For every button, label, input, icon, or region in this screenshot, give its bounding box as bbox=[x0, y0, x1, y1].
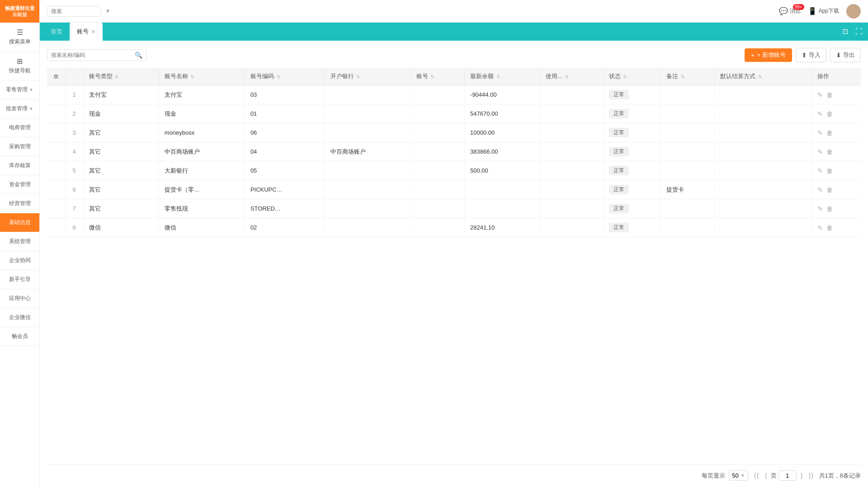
row-code: PICKUPC… bbox=[245, 180, 325, 199]
sidebar-item-retail-mgmt[interactable]: 零售管理 ▼ bbox=[0, 80, 39, 99]
import-button[interactable]: ⬆ 导入 bbox=[796, 48, 826, 62]
app-logo: 畅捷通财生意 乐账版 bbox=[0, 0, 39, 23]
page-size-select[interactable]: 50 ▼ bbox=[729, 470, 748, 481]
sidebar-item-quick-nav[interactable]: ⊞ 快捷导航 bbox=[0, 52, 39, 80]
chevron-down-icon: ▼ bbox=[29, 87, 33, 92]
page-input[interactable] bbox=[778, 470, 797, 481]
logo-line2: 乐账版 bbox=[5, 11, 35, 18]
edit-button[interactable]: ✎ bbox=[817, 224, 823, 231]
row-status: 正常 bbox=[603, 85, 660, 104]
delete-button[interactable]: 🗑 bbox=[826, 91, 833, 99]
col-name[interactable]: 账号名称 ⇅ bbox=[159, 68, 245, 85]
sidebar-item-inventory[interactable]: 库存核算 bbox=[0, 156, 39, 175]
delete-button[interactable]: 🗑 bbox=[826, 110, 833, 117]
row-status: 正常 bbox=[603, 123, 660, 142]
export-button[interactable]: ⬇ 导出 bbox=[830, 48, 861, 62]
prev-page-button[interactable]: ⟨ bbox=[763, 470, 769, 481]
row-num: 4 bbox=[65, 142, 83, 161]
avatar[interactable] bbox=[846, 4, 861, 19]
tab-close-icon[interactable]: ✕ bbox=[91, 29, 95, 34]
first-page-button[interactable]: ⟨⟨ bbox=[752, 470, 761, 481]
search-box[interactable]: 🔍 bbox=[47, 49, 146, 61]
search-input[interactable] bbox=[51, 52, 132, 58]
row-usage bbox=[540, 123, 603, 142]
tab-account[interactable]: 账号 ✕ bbox=[70, 23, 103, 41]
row-num: 7 bbox=[65, 199, 83, 218]
sidebar-item-search-menu[interactable]: ☰ 搜索菜单 bbox=[0, 23, 39, 52]
row-code: 06 bbox=[245, 123, 325, 142]
delete-button[interactable]: 🗑 bbox=[826, 205, 833, 212]
col-usage[interactable]: 使用... ⇅ bbox=[540, 68, 603, 85]
next-page-button[interactable]: ⟩ bbox=[798, 470, 805, 481]
pagination: 每页显示 50 ▼ ⟨⟨ ⟨ 页 ⟩ ⟩⟩ 共1页，8条记录 bbox=[47, 465, 861, 481]
sidebar-item-app-center[interactable]: 应用中心 bbox=[0, 289, 39, 308]
tab-expand-button[interactable]: ⛶ bbox=[854, 27, 864, 36]
row-remark: 提货卡 bbox=[660, 180, 714, 199]
table-row: 7 其它 零售抵现 STORED… 正常 ✎ 🗑 bbox=[47, 199, 861, 218]
toolbar-right: + + 新增账号 ⬆ 导入 ⬇ 导出 bbox=[745, 48, 861, 62]
row-settings bbox=[47, 104, 65, 123]
sidebar-item-finance[interactable]: 资金管理 bbox=[0, 175, 39, 194]
sidebar-item-enterprise-agreement[interactable]: 企业协同 bbox=[0, 251, 39, 270]
sidebar-item-member[interactable]: 畅会员 bbox=[0, 327, 39, 346]
add-account-button[interactable]: + + 新增账号 bbox=[745, 48, 792, 62]
row-bank bbox=[325, 123, 410, 142]
delete-button[interactable]: 🗑 bbox=[826, 186, 833, 193]
delete-button[interactable]: 🗑 bbox=[826, 167, 833, 174]
sidebar-item-enterprise-wechat[interactable]: 企业微信 bbox=[0, 308, 39, 327]
col-balance[interactable]: 最新余额 ⇅ bbox=[465, 68, 540, 85]
sidebar-item-ecommerce-mgmt[interactable]: 电商管理 bbox=[0, 118, 39, 137]
edit-button[interactable]: ✎ bbox=[817, 167, 823, 174]
edit-button[interactable]: ✎ bbox=[817, 91, 823, 99]
sidebar-item-wholesale-mgmt[interactable]: 批发管理 ▼ bbox=[0, 99, 39, 118]
edit-button[interactable]: ✎ bbox=[817, 186, 823, 193]
tab-minimize-button[interactable]: ⊡ bbox=[840, 27, 850, 36]
topbar-left: ▼ bbox=[47, 6, 111, 17]
row-type: 现金 bbox=[83, 104, 159, 123]
row-settings bbox=[47, 180, 65, 199]
content-area: 🔍 + + 新增账号 ⬆ 导入 ⬇ 导出 bbox=[40, 41, 868, 488]
sidebar-item-label: 快捷导航 bbox=[9, 67, 31, 75]
col-remark[interactable]: 备注 ⇅ bbox=[660, 68, 714, 85]
col-type[interactable]: 账号类型 ⇅ bbox=[83, 68, 159, 85]
col-bank[interactable]: 开户银行 ⇅ bbox=[325, 68, 410, 85]
row-status: 正常 bbox=[603, 142, 660, 161]
sidebar-item-operation[interactable]: 经营管理 bbox=[0, 194, 39, 213]
app-download-button[interactable]: 📱 App下载 bbox=[808, 7, 839, 15]
table: ⚙ 账号类型 ⇅ 账号名称 ⇅ 账号编码 ⇅ 开户银行 ⇅ 账号 ⇅ 最新余额 … bbox=[47, 68, 861, 237]
row-remark bbox=[660, 199, 714, 218]
col-code[interactable]: 账号编码 ⇅ bbox=[245, 68, 325, 85]
edit-button[interactable]: ✎ bbox=[817, 205, 823, 212]
delete-button[interactable]: 🗑 bbox=[826, 148, 833, 155]
col-account[interactable]: 账号 ⇅ bbox=[410, 68, 464, 85]
row-type: 支付宝 bbox=[83, 85, 159, 104]
row-actions: ✎ 🗑 bbox=[812, 142, 861, 161]
sidebar-item-basic-info[interactable]: 基础信息 bbox=[0, 213, 39, 232]
tab-home[interactable]: 首页 bbox=[43, 23, 70, 41]
row-type: 其它 bbox=[83, 123, 159, 142]
sidebar-item-new-guide[interactable]: 新手引导 bbox=[0, 270, 39, 289]
row-code: 02 bbox=[245, 218, 325, 237]
tabbar-controls: ⊡ ⛶ bbox=[840, 27, 864, 36]
import-icon: ⬆ bbox=[802, 52, 807, 59]
message-button[interactable]: 💬 消息 99+ bbox=[779, 7, 801, 15]
delete-button[interactable]: 🗑 bbox=[826, 224, 833, 231]
edit-button[interactable]: ✎ bbox=[817, 110, 823, 117]
table-row: 3 其它 moneybosx 06 10000.00 正常 ✎ 🗑 bbox=[47, 123, 861, 142]
sidebar-item-label: 采购管理 bbox=[9, 143, 31, 150]
sidebar-item-purchase-mgmt[interactable]: 采购管理 bbox=[0, 137, 39, 156]
col-status[interactable]: 状态 ⇅ bbox=[603, 68, 660, 85]
topbar-search-input[interactable] bbox=[47, 6, 101, 17]
row-usage bbox=[540, 104, 603, 123]
row-settings bbox=[47, 199, 65, 218]
search-icon[interactable]: 🔍 bbox=[135, 52, 142, 59]
edit-button[interactable]: ✎ bbox=[817, 148, 823, 155]
last-page-button[interactable]: ⟩⟩ bbox=[807, 470, 816, 481]
edit-button[interactable]: ✎ bbox=[817, 129, 823, 136]
col-settings[interactable]: ⚙ bbox=[47, 68, 65, 85]
col-default-settlement[interactable]: 默认结算方式 ⇅ bbox=[715, 68, 812, 85]
sidebar-item-system-mgmt[interactable]: 系统管理 bbox=[0, 232, 39, 251]
row-account bbox=[410, 123, 464, 142]
sidebar: 畅捷通财生意 乐账版 ☰ 搜索菜单 ⊞ 快捷导航 零售管理 ▼ 批发管理 ▼ 电… bbox=[0, 0, 40, 488]
delete-button[interactable]: 🗑 bbox=[826, 129, 833, 136]
